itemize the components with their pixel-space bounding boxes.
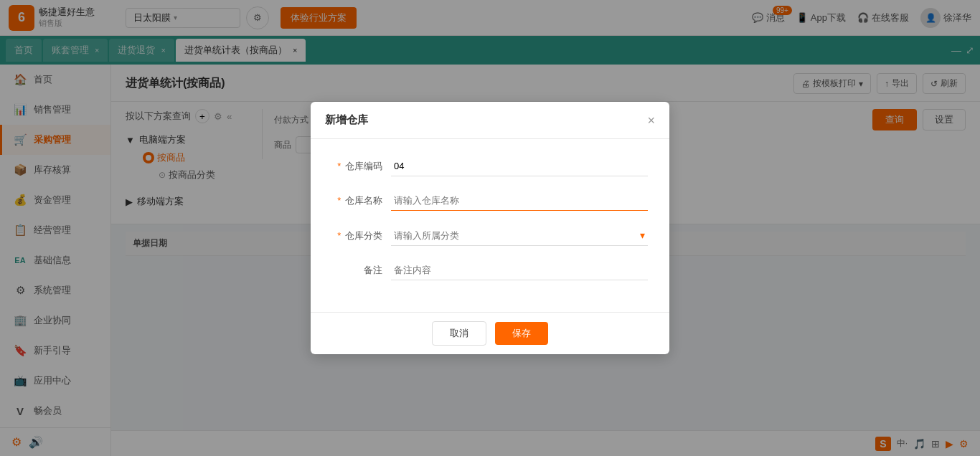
name-label: * 仓库名称 [332,194,382,207]
modal-title: 新增仓库 [325,113,368,127]
save-button[interactable]: 保存 [495,322,548,345]
category-label: * 仓库分类 [332,229,382,242]
category-caret-icon: ▾ [640,229,645,241]
modal-overlay: 新增仓库 × * 仓库编码 * 仓库名称 [0,0,980,456]
category-input[interactable] [394,230,640,241]
category-required: * [337,230,341,241]
cancel-button[interactable]: 取消 [432,321,486,346]
category-row: * 仓库分类 ▾ [332,225,648,246]
name-row: * 仓库名称 [332,191,648,211]
remark-row: 备注 [332,260,648,280]
name-input[interactable] [391,191,648,211]
remark-input[interactable] [391,260,648,280]
modal-footer: 取消 保存 [311,312,669,354]
code-label: * 仓库编码 [332,160,382,173]
category-select-wrap[interactable]: ▾ [391,225,648,246]
code-row: * 仓库编码 [332,156,648,176]
modal-close-icon[interactable]: × [647,114,655,127]
name-required: * [337,195,341,206]
new-warehouse-modal: 新增仓库 × * 仓库编码 * 仓库名称 [311,102,669,354]
modal-body: * 仓库编码 * 仓库名称 * 仓库分类 [311,139,669,312]
code-input[interactable] [391,156,648,176]
code-required: * [337,161,341,171]
remark-label: 备注 [332,264,382,277]
modal-header: 新增仓库 × [311,102,669,139]
